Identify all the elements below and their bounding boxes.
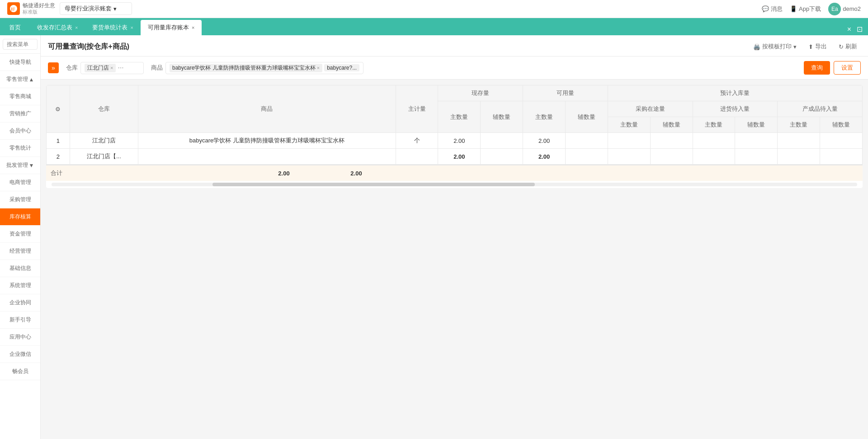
print-label: 按模板打印 [762, 42, 792, 51]
settings-btn[interactable]: 设置 [834, 61, 861, 75]
product-tag-close[interactable]: × [317, 65, 320, 71]
warehouse-more-dots[interactable]: ··· [118, 64, 123, 72]
tab-available-inventory[interactable]: 可用量库存账本 × [141, 20, 202, 35]
th-avail-main: 主数量 [523, 101, 566, 133]
top-bar: 好 畅捷通好生意 标准版 母婴行业演示账套 ▾ 💬 消息 📱 App下载 Ea … [0, 0, 868, 18]
row1-num: 1 [47, 133, 70, 149]
row2-num: 2 [47, 149, 70, 165]
query-btn[interactable]: 查询 [804, 61, 830, 75]
warehouse-tag-label: 江北门店 [87, 64, 109, 72]
sidebar-item-ecommerce[interactable]: 电商管理 [0, 174, 40, 191]
sidebar-item-enterprise-collab[interactable]: 企业协同 [0, 294, 40, 312]
sidebar-item-quick-nav[interactable]: 快捷导航 [0, 54, 40, 71]
page-title: 可用量查询(按仓库+商品) [48, 42, 129, 52]
content-area: 可用量查询(按仓库+商品) 🖨️ 按模板打印 ▾ ⬆ 导出 ↻ 刷新 [41, 35, 868, 439]
print-btn[interactable]: 🖨️ 按模板打印 ▾ [750, 41, 800, 52]
sidebar-item-finance[interactable]: 资金管理 [0, 226, 40, 243]
home-label: 首页 [9, 24, 21, 32]
row1-pt-aux [650, 133, 693, 149]
tab-available-close[interactable]: × [192, 25, 194, 30]
row2-prod-main [778, 149, 820, 165]
nav-right-btns: × ⊡ [845, 23, 868, 35]
row2-unit [396, 149, 438, 165]
warehouse-tags-input[interactable]: 江北门店 × ··· [80, 62, 144, 74]
warehouse-filter: 仓库 江北门店 × ··· [66, 62, 144, 74]
filter-bar: » 仓库 江北门店 × ··· 商品 babycare学饮杯 儿童防摔防撞吸管杯… [41, 57, 868, 80]
row2-product [138, 149, 396, 165]
tab-receive-close[interactable]: × [75, 25, 78, 30]
row1-pt-main [608, 133, 650, 149]
row2-prod-aux [820, 149, 863, 165]
wholesale-arrow: ▼ [29, 162, 34, 169]
sidebar-item-enterprise-wechat[interactable]: 企业微信 [0, 346, 40, 363]
user-menu[interactable]: Ea demo2 [828, 3, 861, 15]
row2-pt-aux [650, 149, 693, 165]
row1-pp-aux [735, 133, 778, 149]
sidebar-item-sys-mgmt[interactable]: 系统管理 [0, 277, 40, 294]
org-selector[interactable]: 母婴行业演示账套 ▾ [60, 2, 132, 15]
app-download-btn[interactable]: 📱 App下载 [790, 5, 821, 13]
sidebar-item-retail-mgmt[interactable]: 零售管理 ▲ [0, 71, 40, 88]
product-tags-input[interactable]: babycare学饮杯 儿童防摔防撞吸管杯重力球吸嘴杯宝宝水杯 × babyca… [165, 62, 363, 74]
table-area: ⚙ 仓库 商品 主计量 现存量 可用量 预计入库量 主数量 辅数量 主数量 [41, 80, 868, 194]
svg-text:好: 好 [11, 7, 15, 11]
sidebar-item-purchase-mgmt[interactable]: 采购管理 [0, 191, 40, 208]
scrollbar-thumb[interactable] [212, 183, 535, 186]
tab-receive-summary[interactable]: 收发存汇总表 × [30, 20, 85, 35]
logo-icon: 好 [7, 2, 20, 15]
row1-prod-aux [820, 133, 863, 149]
tab-order-stats[interactable]: 要货单统计表 × [85, 20, 140, 35]
retail-stats-label: 零售统计 [9, 145, 31, 151]
sidebar-item-app-center[interactable]: 应用中心 [0, 329, 40, 346]
retail-mgmt-arrow: ▲ [29, 76, 34, 83]
warehouse-tag-jb: 江北门店 × [85, 64, 116, 72]
enterprise-wechat-label: 企业微信 [9, 351, 31, 357]
avatar: Ea [828, 3, 841, 15]
wholesale-label: 批发管理 [6, 161, 28, 169]
filter-actions: 查询 设置 [804, 61, 861, 75]
top-bar-right: 💬 消息 📱 App下载 Ea demo2 [762, 3, 861, 15]
printer-icon: 🖨️ [753, 43, 760, 50]
row1-unit: 个 [396, 133, 438, 149]
th-product-pending: 产成品待入量 [778, 101, 863, 117]
sidebar-item-marketing[interactable]: 营销推广 [0, 105, 40, 123]
sidebar-item-new-guide[interactable]: 新手引导 [0, 312, 40, 329]
logo-text: 畅捷通好生意 [23, 2, 55, 9]
footer-label: 合计 [51, 169, 62, 177]
th-settings: ⚙ [47, 85, 70, 133]
messages-btn[interactable]: 💬 消息 [762, 5, 783, 13]
sidebar-item-inventory[interactable]: 库存核算 [0, 208, 40, 226]
tab-available-label: 可用量库存账本 [148, 24, 189, 32]
th-planned-inbound: 预计入库量 [608, 85, 862, 101]
refresh-btn[interactable]: ↻ 刷新 [835, 41, 861, 52]
sidebar-item-member-center[interactable]: 会员中心 [0, 123, 40, 140]
horizontal-scrollbar[interactable] [52, 183, 857, 186]
close-all-btn[interactable]: × [845, 24, 853, 35]
restore-btn[interactable]: ⊡ [855, 23, 864, 35]
sidebar-item-retail-mall[interactable]: 零售商城 [0, 88, 40, 105]
retail-mall-label: 零售商城 [9, 93, 31, 99]
basic-info-label: 基础信息 [9, 265, 31, 271]
user-initials: Ea [831, 6, 838, 12]
sidebar-item-wholesale-mgmt[interactable]: 批发管理 ▼ [0, 157, 40, 174]
logo-sub: 标准版 [23, 9, 55, 15]
warehouse-label: 仓库 [66, 64, 78, 72]
th-pp-aux: 辅数量 [735, 117, 778, 133]
sidebar-item-operations[interactable]: 经营管理 [0, 243, 40, 260]
tab-home[interactable]: 首页 [0, 20, 30, 35]
tab-order-close[interactable]: × [130, 25, 133, 30]
th-purchase-pending: 进货待入量 [693, 101, 778, 117]
product-tag-babycare: babycare学饮杯 儿童防摔防撞吸管杯重力球吸嘴杯宝宝水杯 × [170, 64, 322, 72]
row1-prod-main [778, 133, 820, 149]
messages-label: 消息 [771, 5, 783, 13]
sidebar-item-member[interactable]: 畅会员 [0, 363, 40, 380]
row2-pp-main [693, 149, 735, 165]
row2-avail-aux [565, 149, 608, 165]
print-chevron: ▾ [793, 43, 797, 50]
search-input[interactable] [3, 39, 38, 50]
export-btn[interactable]: ⬆ 导出 [805, 41, 830, 52]
sidebar-item-basic-info[interactable]: 基础信息 [0, 260, 40, 277]
warehouse-tag-close[interactable]: × [110, 65, 113, 71]
sidebar-item-retail-stats[interactable]: 零售统计 [0, 140, 40, 157]
expand-filter-btn[interactable]: » [48, 62, 59, 73]
